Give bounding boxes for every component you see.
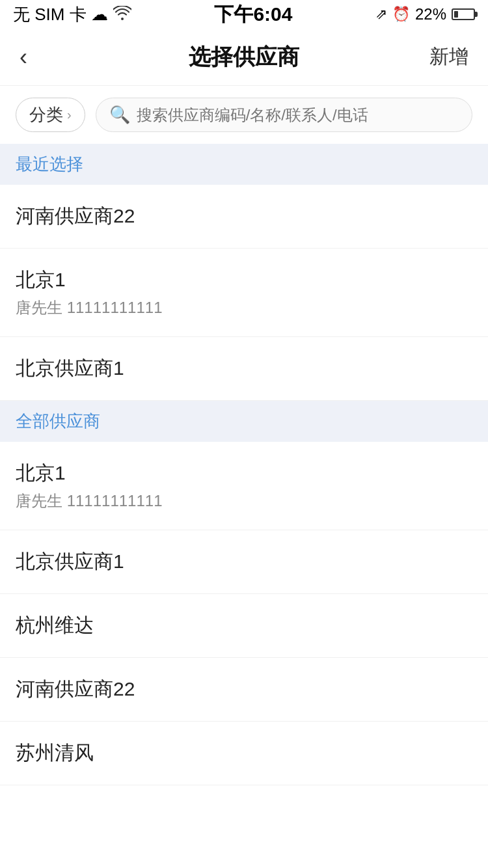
- add-button[interactable]: 新增: [429, 44, 468, 70]
- all-section-header: 全部供应商: [0, 401, 488, 442]
- item-name: 北京供应商1: [16, 355, 472, 382]
- status-left: 无 SIM 卡 ☁: [13, 3, 131, 26]
- item-sub: 唐先生 11111111111: [16, 297, 472, 318]
- all-list: 北京1 唐先生 11111111111 北京供应商1 杭州维达 河南供应商22 …: [0, 442, 488, 785]
- search-icon: 🔍: [109, 105, 130, 125]
- battery-icon: [452, 8, 475, 20]
- filter-bar: 分类 › 🔍: [0, 86, 488, 144]
- recent-list: 河南供应商22 北京1 唐先生 11111111111 北京供应商1: [0, 185, 488, 401]
- nav-bar: ‹ 选择供应商 新增: [0, 29, 488, 86]
- item-name: 北京供应商1: [16, 549, 472, 575]
- status-time: 下午6:04: [214, 1, 292, 28]
- item-name: 北京1: [16, 460, 472, 487]
- page-title: 选择供应商: [59, 42, 429, 72]
- all-item-2[interactable]: 北京供应商1: [0, 530, 488, 594]
- search-input[interactable]: [137, 106, 459, 124]
- location-icon: ⇗: [375, 6, 387, 23]
- item-name: 河南供应商22: [16, 676, 472, 703]
- item-name: 杭州维达: [16, 612, 472, 639]
- item-name: 苏州清风: [16, 740, 472, 766]
- item-name: 河南供应商22: [16, 203, 472, 230]
- category-filter[interactable]: 分类 ›: [16, 98, 85, 132]
- item-name: 北京1: [16, 267, 472, 293]
- battery-percent: 22%: [415, 5, 446, 23]
- wifi-icon: [113, 5, 131, 25]
- all-item-5[interactable]: 苏州清风: [0, 722, 488, 785]
- chevron-right-icon: ›: [67, 107, 72, 122]
- category-label: 分类: [29, 103, 63, 126]
- status-right: ⇗ ⏰ 22%: [375, 5, 475, 23]
- alarm-icon: ⏰: [392, 6, 410, 23]
- all-item-4[interactable]: 河南供应商22: [0, 658, 488, 722]
- recent-item-1[interactable]: 河南供应商22: [0, 185, 488, 249]
- search-box[interactable]: 🔍: [96, 98, 472, 132]
- item-sub: 唐先生 11111111111: [16, 491, 472, 511]
- all-item-1[interactable]: 北京1 唐先生 11111111111: [0, 442, 488, 530]
- recent-item-2[interactable]: 北京1 唐先生 11111111111: [0, 249, 488, 337]
- recent-section-header: 最近选择: [0, 144, 488, 185]
- status-bar: 无 SIM 卡 ☁ 下午6:04 ⇗ ⏰ 22%: [0, 0, 488, 29]
- back-button[interactable]: ‹: [20, 44, 59, 71]
- all-item-3[interactable]: 杭州维达: [0, 594, 488, 658]
- recent-item-3[interactable]: 北京供应商1: [0, 337, 488, 401]
- sim-status: 无 SIM 卡 ☁: [13, 3, 108, 26]
